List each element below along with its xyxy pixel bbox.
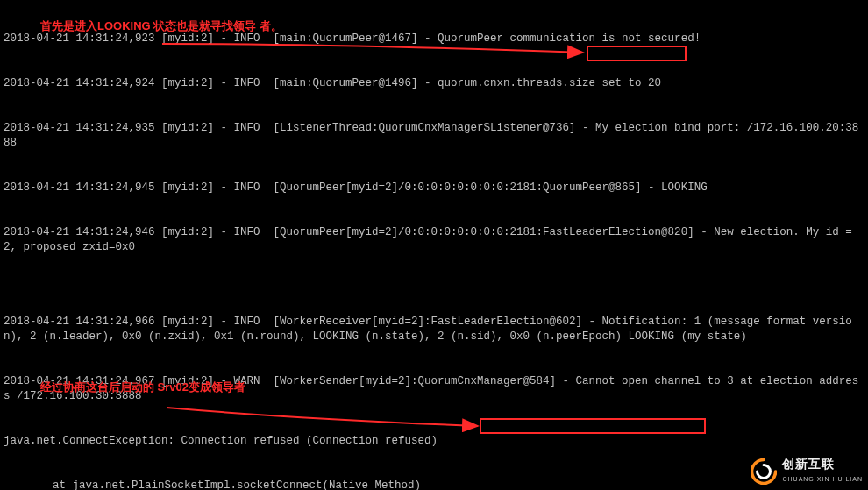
log-line: 2018-04-21 14:31:24,967 [myid:2] - WARN … xyxy=(4,374,864,404)
log-line: 2018-04-21 14:31:24,923 [myid:2] - INFO … xyxy=(4,32,864,46)
logo-icon xyxy=(751,458,777,485)
log-line: 2018-04-21 14:31:24,946 [myid:2] - INFO … xyxy=(4,225,864,255)
stack-line: at java.net.PlainSocketImpl.socketConnec… xyxy=(4,479,864,490)
watermark-logo: 创新互联 CHUANG XIN HU LIAN xyxy=(751,457,863,486)
watermark-sub: CHUANG XIN HU LIAN xyxy=(782,472,863,486)
terminal-output: 2018-04-21 14:31:24,923 [myid:2] - INFO … xyxy=(0,0,868,490)
log-line: 2018-04-21 14:31:24,945 [myid:2] - INFO … xyxy=(4,181,864,195)
log-line: 2018-04-21 14:31:24,966 [myid:2] - INFO … xyxy=(4,315,864,344)
log-line: 2018-04-21 14:31:24,924 [myid:2] - INFO … xyxy=(4,76,864,91)
watermark-title: 创新互联 xyxy=(782,457,835,471)
log-line: 2018-04-21 14:31:24,935 [myid:2] - INFO … xyxy=(4,121,864,151)
log-line: java.net.ConnectException: Connection re… xyxy=(4,434,864,449)
